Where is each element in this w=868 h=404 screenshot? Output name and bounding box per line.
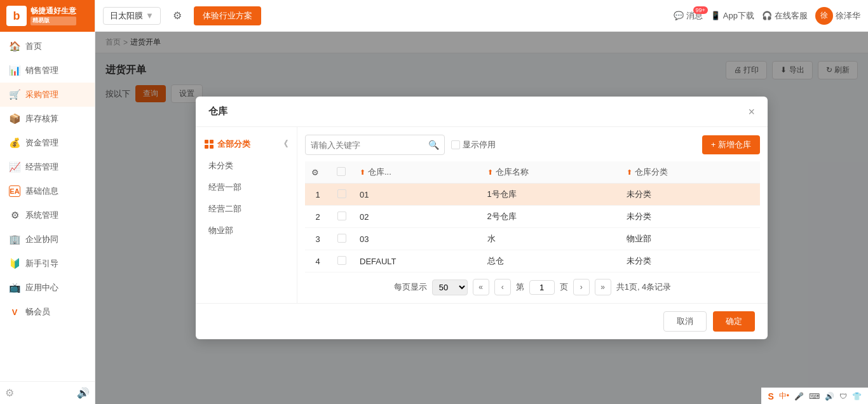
sidebar-item-enterprise[interactable]: 🏢 企业协同: [0, 227, 95, 252]
inventory-icon: 📦: [9, 113, 20, 125]
row-code: 02: [353, 206, 481, 228]
messages-button[interactable]: 💬 消息 99+: [674, 10, 703, 22]
sidebar-item-home[interactable]: 🏠 首页: [0, 34, 95, 58]
statusbar: S 中• 🎤 ⌨ 🔊 🛡 👕: [761, 387, 868, 404]
sidebar-item-inventory[interactable]: 📦 库存核算: [0, 107, 95, 131]
sidebar-item-label: 企业协同: [25, 234, 58, 245]
confirm-button[interactable]: 确定: [713, 311, 755, 332]
topbar-gear-button[interactable]: ⚙: [167, 6, 187, 26]
search-input[interactable]: [311, 140, 426, 150]
show-disabled-checkbox[interactable]: [451, 140, 460, 149]
table-row[interactable]: 1 01 1号仓库 未分类: [305, 184, 760, 206]
first-page-btn[interactable]: «: [473, 279, 489, 295]
sound-icon[interactable]: 🔊: [77, 387, 90, 399]
newbie-icon: 🔰: [9, 258, 20, 269]
category-item-ops2[interactable]: 经营二部: [196, 198, 297, 220]
row-name: 2号仓库: [481, 206, 621, 228]
add-warehouse-btn[interactable]: + 新增仓库: [702, 135, 760, 154]
clothes-icon: 👕: [852, 392, 862, 401]
last-page-btn[interactable]: »: [595, 279, 611, 295]
row-num: 4: [305, 250, 330, 273]
grid-icon: [205, 140, 214, 149]
row-name: 水: [481, 228, 621, 250]
home-icon: 🏠: [9, 41, 20, 52]
sidebar-item-label: 采购管理: [25, 89, 58, 100]
sidebar-item-system[interactable]: ⚙ 系统管理: [0, 203, 95, 227]
sidebar-item-label: 系统管理: [25, 210, 58, 221]
finance-icon: 💰: [9, 137, 20, 149]
row-category: 物业部: [620, 228, 760, 250]
s-logo: S: [768, 391, 773, 401]
sidebar-item-purchase[interactable]: 🛒 采购管理: [0, 83, 95, 107]
topbar-right: 💬 消息 99+ 📱 App下载 🎧 在线客服 徐 徐泽华: [674, 7, 860, 25]
row-num: 2: [305, 206, 330, 228]
headset-icon: 🎧: [762, 11, 772, 20]
search-icon[interactable]: 🔍: [428, 140, 439, 150]
sidebar-item-operations[interactable]: 📈 经营管理: [0, 155, 95, 179]
all-categories-button[interactable]: 全部分类 《: [196, 133, 297, 155]
table-row[interactable]: 4 DEFAULT 总仓 未分类: [305, 250, 760, 273]
message-icon: 💬: [674, 11, 684, 20]
topbar-dropdown[interactable]: 日太阳膜 ▼: [103, 7, 161, 25]
basic-icon: EA: [9, 185, 20, 197]
warehouse-table: ⚙ ⬆ 仓库...: [305, 161, 760, 273]
sidebar: b 畅捷通好生意 精易版 🏠 首页 📊 销售管理 🛒 采购管理 📦 库存核算 💰…: [0, 0, 95, 404]
modal-body: 全部分类 《 未分类 经营一部 经营二部 物业部: [196, 127, 768, 303]
dropdown-arrow-icon: ▼: [146, 11, 154, 20]
row-code: 03: [353, 228, 481, 250]
row-category: 未分类: [620, 184, 760, 206]
row-category: 未分类: [620, 206, 760, 228]
row-checkbox[interactable]: [337, 234, 346, 243]
sidebar-item-newbie[interactable]: 🔰 新手引导: [0, 252, 95, 276]
sidebar-item-label: 基础信息: [25, 185, 58, 197]
s-text: 中•: [779, 391, 789, 401]
gear-col-icon: ⚙: [311, 168, 319, 177]
th-category: ⬆ 仓库分类: [620, 161, 760, 184]
avatar: 徐: [815, 7, 833, 25]
sidebar-item-appcenter[interactable]: 📺 应用中心: [0, 276, 95, 300]
app-download-button[interactable]: 📱 App下载: [710, 10, 754, 22]
table-row[interactable]: 2 02 2号仓库 未分类: [305, 206, 760, 228]
collapse-icon[interactable]: 《: [280, 138, 288, 150]
table-row[interactable]: 3 03 水 物业部: [305, 228, 760, 250]
modal-overlay: 仓库 × 全部分类 《: [95, 32, 868, 404]
cancel-button[interactable]: 取消: [663, 311, 707, 332]
user-menu[interactable]: 徐 徐泽华: [815, 7, 860, 25]
category-item-ops1[interactable]: 经营一部: [196, 177, 297, 198]
table-area: 🔍 显示停用 + 新增仓库: [297, 127, 768, 303]
sidebar-item-label: 新手引导: [25, 258, 58, 269]
category-sidebar: 全部分类 《 未分类 经营一部 经营二部 物业部: [196, 127, 297, 303]
per-page-select[interactable]: 50 20 100: [432, 279, 468, 295]
th-code: ⬆ 仓库...: [353, 161, 481, 184]
speaker-icon[interactable]: 🔊: [825, 392, 834, 401]
brand-text: 畅捷通好生意 精易版: [31, 6, 76, 25]
operations-icon: 📈: [9, 161, 20, 173]
th-gear: ⚙: [305, 161, 330, 184]
online-service-button[interactable]: 🎧 在线客服: [762, 10, 808, 22]
mobile-icon: 📱: [710, 11, 721, 20]
select-all-checkbox[interactable]: [337, 167, 346, 176]
modal-close-button[interactable]: ×: [748, 106, 755, 118]
sidebar-item-member[interactable]: V 畅会员: [0, 300, 95, 324]
sidebar-item-sales[interactable]: 📊 销售管理: [0, 58, 95, 83]
next-page-btn[interactable]: ›: [573, 279, 590, 295]
prev-page-btn[interactable]: ‹: [494, 279, 511, 295]
page-number-input[interactable]: [529, 280, 555, 295]
row-checkbox[interactable]: [337, 212, 346, 220]
category-item-unclassified[interactable]: 未分类: [196, 155, 297, 177]
keyboard-icon[interactable]: ⌨: [809, 392, 820, 401]
show-disabled-toggle[interactable]: 显示停用: [451, 139, 496, 151]
modal-footer: 取消 确定: [196, 303, 768, 339]
category-item-property[interactable]: 物业部: [196, 220, 297, 241]
content-area: 首页 > 进货开单 进货开单 🖨 打印 ⬇ 导出 ↻ 刷新 按以下 查询 设置: [95, 32, 868, 404]
modal-title: 仓库: [208, 105, 227, 118]
logo-icon: b: [6, 6, 27, 26]
settings-icon[interactable]: ⚙: [5, 387, 14, 399]
trial-btn[interactable]: 体验行业方案: [194, 6, 261, 25]
sidebar-item-basic[interactable]: EA 基础信息: [0, 179, 95, 203]
sidebar-item-finance[interactable]: 💰 资金管理: [0, 131, 95, 155]
row-checkbox[interactable]: [337, 256, 346, 265]
sort-icon: ⬆: [360, 168, 365, 177]
row-checkbox[interactable]: [337, 189, 346, 198]
mic-icon[interactable]: 🎤: [794, 392, 804, 401]
